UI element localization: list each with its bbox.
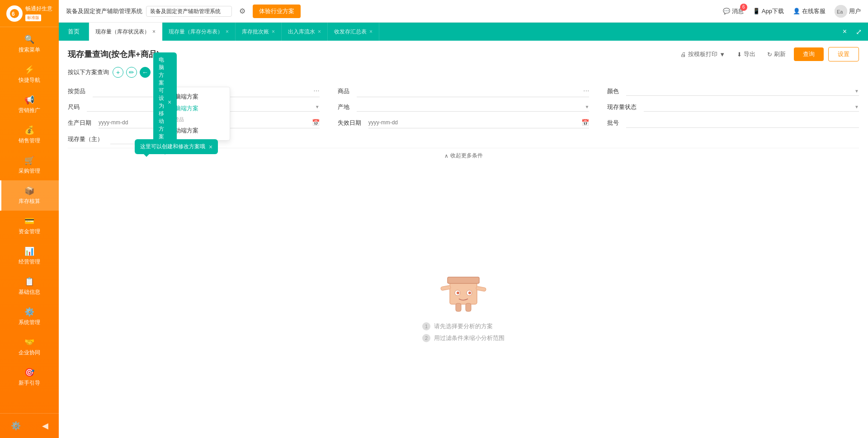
print-label: 按模板打印 [688, 50, 717, 58]
tab-batch-account[interactable]: 库存批次账 × [236, 23, 282, 41]
sidebar-item-inventory[interactable]: 📦 库存核算 [0, 180, 59, 211]
user-label: 用户 [849, 7, 861, 15]
message-icon: 💬 [723, 8, 730, 14]
refresh-icon: ↻ [767, 51, 772, 58]
tab-receive-summary[interactable]: 收发存汇总表 × [328, 23, 379, 41]
message-btn[interactable]: 💬 消息 6 [723, 7, 744, 15]
filter-field-goods: 商品 ··· [338, 85, 590, 97]
filter-field-stock-status: 现存量状态 ▼ [607, 103, 859, 112]
online-service-btn[interactable]: 👤 在线客服 [793, 7, 826, 15]
sidebar-item-label: 资金管理 [19, 228, 40, 235]
set-button[interactable]: 设置 [828, 47, 859, 61]
refresh-label: 刷新 [774, 50, 786, 58]
tab-inventory-dist-close[interactable]: × [226, 28, 229, 35]
search-icon: 🔍 [24, 34, 34, 44]
filter-actions: + ✏ ← [113, 67, 151, 78]
avatar: Ea [835, 5, 847, 18]
svg-text:Ea: Ea [837, 9, 843, 14]
sidebar-item-enterprise[interactable]: 🤝 企业协同 [0, 332, 59, 362]
expiry-date-calendar-icon[interactable]: 📅 [581, 119, 589, 126]
page-title-row: 现存量查询(按仓库+商品) 🖨 按模板打印 ▼ ⬇ 导出 ↻ 刷新 [68, 47, 859, 61]
filter-goods-select[interactable]: ··· [357, 85, 590, 97]
guide-icon: 🎯 [24, 367, 34, 377]
sidebar-item-label: 经营管理 [19, 258, 40, 266]
origin-dropdown-icon: ▼ [585, 104, 589, 109]
empty-step-2: 2 用过滤条件来缩小分析范围 [422, 332, 505, 344]
empty-steps: 1 请先选择要分析的方案 2 用过滤条件来缩小分析范围 [422, 320, 505, 344]
print-btn[interactable]: 🖨 按模板打印 ▼ [677, 48, 729, 60]
filter-field-origin: 产地 ▼ [338, 103, 590, 112]
sidebar-item-quick-nav[interactable]: ⚡ 快捷导航 [0, 59, 59, 89]
tab-batch-account-close[interactable]: × [272, 28, 275, 35]
tab-inout-flow[interactable]: 出入库流水 × [282, 23, 328, 41]
system-select[interactable]: 装备及固定资产辅助管理系统 [146, 6, 232, 17]
topbar-right: 💬 消息 6 📱 App下载 👤 在线客服 Ea 用户 [723, 5, 861, 18]
filter-goods-dots[interactable]: ··· [583, 87, 589, 95]
filter-stock-status-label: 现存量状态 [607, 103, 637, 111]
tooltip1-close-btn[interactable]: × [168, 99, 171, 106]
filter-warehouse-dots[interactable]: ··· [313, 87, 319, 95]
phone-icon: 📱 [753, 8, 760, 14]
export-btn[interactable]: ⬇ 导出 [733, 48, 759, 60]
operations-icon: 📊 [24, 246, 34, 256]
filter-stock-status-select[interactable]: ▼ [644, 103, 859, 112]
user-btn[interactable]: Ea 用户 [835, 5, 861, 18]
solution-btn[interactable]: 体验行业方案 [253, 5, 301, 18]
tab-inventory-status-label: 现存量（库存状况表） [95, 28, 150, 36]
sidebar-item-sales[interactable]: 💰 销售管理 [0, 120, 59, 150]
tab-inout-flow-close[interactable]: × [318, 28, 321, 35]
tab-expand-btn[interactable]: ⤢ [853, 27, 864, 37]
tab-inventory-dist-label: 现存量（库存分布表） [169, 28, 223, 36]
prod-date-calendar-icon[interactable]: 📅 [312, 119, 320, 126]
tooltip2-close-btn[interactable]: × [209, 143, 212, 151]
tab-receive-summary-close[interactable]: × [369, 28, 373, 35]
collapse-more-btn[interactable]: ∧ 收起更多条件 [444, 152, 483, 160]
size-dropdown-icon: ▼ [315, 104, 320, 109]
sidebar-item-label: 库存核算 [19, 198, 40, 205]
sidebar-item-label: 搜索菜单 [19, 46, 40, 54]
settings-icon[interactable]: ⚙ [237, 5, 247, 17]
filter-origin-select[interactable]: ▼ [357, 103, 590, 112]
tab-home-label: 首页 [68, 28, 80, 36]
print-dropdown-icon: ▼ [719, 51, 725, 58]
expiry-date-field[interactable] [368, 119, 582, 126]
sidebar-item-guide[interactable]: 🎯 新手引导 [0, 362, 59, 392]
sidebar-item-operations[interactable]: 📊 经营管理 [0, 241, 59, 271]
sidebar-item-purchase[interactable]: 🛒 采购管理 [0, 150, 59, 180]
back-scheme-btn[interactable]: ← [140, 67, 151, 78]
add-scheme-btn[interactable]: + [113, 67, 123, 78]
purchase-icon: 🛒 [24, 155, 34, 165]
tab-inventory-status[interactable]: 现存量（库存状况表） × [89, 23, 162, 41]
filter-prod-date-label: 生产日期 [68, 119, 91, 127]
sidebar-item-marketing[interactable]: 📢 营销推广 [0, 89, 59, 120]
batch-no-field[interactable] [626, 118, 859, 128]
filter-color-select[interactable]: ▼ [626, 87, 859, 96]
collapse-up-icon: ∧ [444, 153, 448, 159]
app-download-btn[interactable]: 📱 App下载 [753, 7, 784, 15]
sidebar-item-search[interactable]: 🔍 搜索菜单 [0, 29, 59, 59]
tab-inventory-dist[interactable]: 现存量（库存分布表） × [162, 23, 236, 41]
sidebar-item-system[interactable]: ⚙️ 系统管理 [0, 301, 59, 332]
export-icon: ⬇ [737, 51, 742, 58]
tabbar-end: × ⤢ [840, 27, 868, 37]
collapse-sidebar-btn[interactable]: ◀ [38, 419, 52, 433]
tab-close-all-btn[interactable]: × [840, 27, 849, 37]
edit-scheme-btn[interactable]: ✏ [126, 67, 137, 78]
empty-step2-text: 用过滤条件来缩小分析范围 [434, 332, 505, 344]
svg-point-9 [468, 292, 471, 294]
filter-expiry-date-input[interactable]: 📅 [368, 117, 590, 128]
quick-nav-icon: ⚡ [24, 65, 34, 75]
tab-home[interactable]: 首页 [59, 23, 89, 41]
sidebar-item-finance[interactable]: 💳 资金管理 [0, 211, 59, 241]
finance-icon: 💳 [24, 216, 34, 226]
logo-icon: 6 [6, 5, 23, 22]
filter-color-label: 颜色 [607, 87, 619, 95]
tab-inventory-status-close[interactable]: × [152, 28, 156, 35]
refresh-btn[interactable]: ↻ 刷新 [764, 48, 789, 60]
sidebar-item-label: 基础信息 [19, 288, 40, 296]
filter-size-label: 尺码 [68, 103, 80, 111]
query-button[interactable]: 查询 [794, 47, 824, 61]
sidebar-item-basic-info[interactable]: 📋 基础信息 [0, 271, 59, 301]
settings-footer-btn[interactable]: ⚙️ [7, 419, 24, 433]
sidebar-item-label: 销售管理 [19, 137, 40, 145]
